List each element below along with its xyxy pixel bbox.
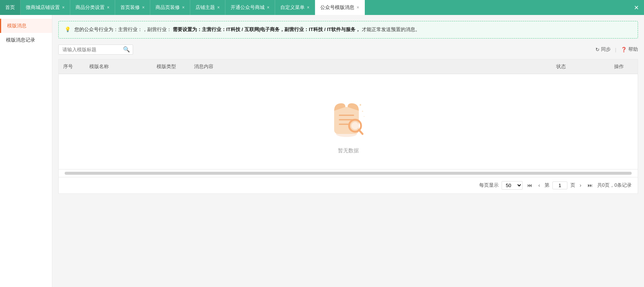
main-layout: 模版消息模版消息记录 💡 您的公众号行业为：主营行业：，副营行业： 需要设置为：… [0,15,644,287]
svg-text:✦: ✦ [361,110,364,113]
col-action-header: 操作 [600,59,638,74]
tab-category-settings[interactable]: 商品分类设置× [70,0,115,15]
tab-close-category-settings[interactable]: × [107,5,110,10]
tab-product-decoration[interactable]: 商品页装修× [150,0,190,15]
search-left: 🔍 [58,45,133,55]
notice-highlight: 需要设置为：主营行业：IT科技 / 互联网|电子商务，副营行业：IT科技 / I… [173,27,360,32]
table-header: 序号 模版名称 模版类型 消息内容 状态 操作 [59,59,638,74]
last-page-button[interactable]: ⏭ [586,181,594,189]
tab-label-home-decoration: 首页装修 [120,4,140,11]
notice-prefix: 您的公众号行业为：主营行业：，副营行业： [74,27,172,32]
help-icon: ❓ [621,47,627,52]
tab-close-product-decoration[interactable]: × [182,5,185,10]
sync-icon: ↻ [595,47,600,52]
tab-shop-theme[interactable]: 店铺主题× [190,0,225,15]
tab-close-custom-menu[interactable]: × [307,5,309,10]
empty-icon: ✦ ✦ ✦ [326,97,371,141]
empty-state: ✦ ✦ ✦ 暂无数据 [59,74,638,169]
tab-open-mall[interactable]: 开通公众号商城× [225,0,275,15]
svg-line-7 [359,130,363,134]
next-page-button[interactable]: › [578,181,583,189]
tab-label-open-mall: 开通公众号商城 [231,4,265,11]
sidebar: 模版消息模版消息记录 [0,15,52,287]
tab-label-category-settings: 商品分类设置 [76,4,105,11]
notice-icon: 💡 [65,27,71,32]
tab-label-product-decoration: 商品页装修 [155,4,180,11]
page-label: 页 [570,182,575,189]
search-bar: 🔍 ↻ 同步 | ❓ 帮助 [58,45,638,55]
sync-label: 同步 [601,46,611,53]
tab-home-decoration[interactable]: 首页装修× [115,0,150,15]
tab-close-shop-settings[interactable]: × [62,5,65,10]
tab-close-shop-theme[interactable]: × [217,5,220,10]
tab-label-shop-theme: 店铺主题 [195,4,215,11]
col-type-header: 模版类型 [152,59,189,74]
fake-scrollbar[interactable] [65,172,632,175]
page-number-input[interactable] [552,181,567,189]
first-page-button[interactable]: ⏮ [526,181,534,189]
svg-text:✦: ✦ [363,115,365,117]
svg-point-6 [351,122,359,129]
divider: | [615,47,616,52]
tab-label-home: 首页 [5,4,15,11]
empty-text: 暂无数据 [338,147,359,154]
page-size-label: 每页显示 [479,182,499,189]
tab-template-msg[interactable]: 公众号模版消息× [315,0,365,15]
prev-page-button[interactable]: ‹ [537,181,542,189]
search-button[interactable]: 🔍 [123,46,130,53]
search-input-wrap: 🔍 [58,45,133,55]
scrollbar-row [59,169,638,177]
content-area: 💡 您的公众号行业为：主营行业：，副营行业： 需要设置为：主营行业：IT科技 /… [52,15,644,287]
col-name-header: 模版名称 [85,59,152,74]
col-content-header: 消息内容 [189,59,552,74]
sync-button[interactable]: ↻ 同步 [595,46,611,53]
page-prefix: 第 [545,182,549,189]
tab-close-open-mall[interactable]: × [267,5,269,10]
tab-shop-settings[interactable]: 微商城店铺设置× [21,0,70,15]
notice-banner: 💡 您的公众号行业为：主营行业：，副营行业： 需要设置为：主营行业：IT科技 /… [58,21,638,39]
search-right: ↻ 同步 | ❓ 帮助 [595,46,638,53]
sidebar-item-template-msg[interactable]: 模版消息 [0,19,52,33]
tab-close-home-decoration[interactable]: × [142,5,145,10]
tab-home[interactable]: 首页 [0,0,21,15]
tab-label-template-msg: 公众号模版消息 [320,4,354,11]
top-tab-bar: 首页微商城店铺设置×商品分类设置×首页装修×商品页装修×店铺主题×开通公众号商城… [0,0,644,15]
help-label: 帮助 [628,46,638,53]
notice-suffix: 才能正常发送预置的消息。 [362,27,420,32]
col-seq-header: 序号 [59,59,85,74]
pagination: 每页显示 50 20 100 ⏮ ‹ 第 页 › ⏭ 共0页，0条记录 [59,177,638,193]
page-size-select[interactable]: 50 20 100 [502,181,523,190]
tab-label-custom-menu: 自定义菜单 [280,4,305,11]
tab-label-shop-settings: 微商城店铺设置 [26,4,60,11]
data-table: 序号 模版名称 模版类型 消息内容 状态 操作 [58,59,638,194]
tab-close-template-msg[interactable]: × [357,5,359,10]
svg-text:✦: ✦ [359,103,362,107]
sidebar-item-template-msg-log[interactable]: 模版消息记录 [0,33,52,47]
help-button[interactable]: ❓ 帮助 [621,46,638,53]
total-label: 共0页，0条记录 [597,182,632,189]
tab-custom-menu[interactable]: 自定义菜单× [275,0,315,15]
global-close-button[interactable]: ✕ [629,4,644,11]
col-status-header: 状态 [552,59,600,74]
search-input[interactable] [58,45,133,55]
